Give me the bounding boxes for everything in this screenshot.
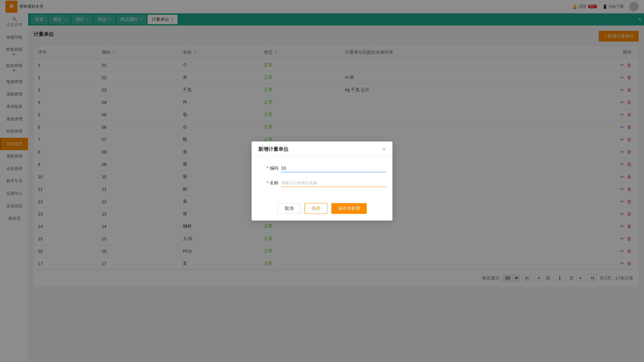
save-add-button[interactable]: 保存并新增 bbox=[331, 203, 367, 214]
dialog-header: 新增计量单位 × bbox=[252, 141, 392, 156]
dialog-title: 新增计量单位 bbox=[258, 146, 288, 153]
dialog-footer: 取消 保存 保存并新增 bbox=[252, 199, 392, 221]
dialog-body: * 编码 * 名称 bbox=[252, 156, 392, 199]
code-label: * 编码 bbox=[258, 165, 278, 171]
form-item-code: * 编码 bbox=[258, 164, 386, 172]
name-input[interactable] bbox=[281, 179, 386, 187]
save-button[interactable]: 保存 bbox=[305, 203, 327, 214]
name-label: * 名称 bbox=[258, 180, 278, 186]
modal-overlay: 新增计量单位 × * 编码 * 名称 取消 保存 保存并新增 bbox=[0, 0, 644, 362]
add-unit-dialog: 新增计量单位 × * 编码 * 名称 取消 保存 保存并新增 bbox=[252, 141, 392, 221]
code-input[interactable] bbox=[281, 164, 386, 172]
cancel-button[interactable]: 取消 bbox=[278, 203, 301, 214]
dialog-close-btn[interactable]: × bbox=[383, 146, 386, 153]
form-item-name: * 名称 bbox=[258, 179, 386, 187]
